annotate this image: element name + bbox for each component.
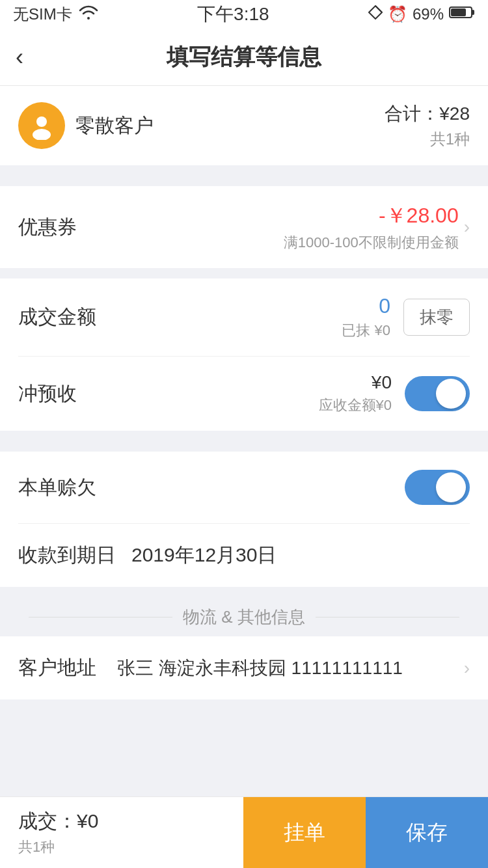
back-button[interactable]: ‹ (16, 44, 23, 71)
logistics-divider-inner: 物流 & 其他信息 (0, 606, 488, 629)
coupon-right: -￥28.00 满1000-100不限制使用金额 › (284, 202, 470, 252)
bottom-count: 共1种 (18, 837, 225, 857)
bottom-deal-amount: 成交：¥0 (18, 808, 225, 835)
deal-amount-sub: 已抹 ¥0 (342, 321, 390, 340)
customer-name: 零散客户 (75, 113, 154, 139)
total-count: 共1种 (385, 129, 470, 150)
logistics-line-left (29, 617, 172, 617)
divider-4 (0, 587, 488, 597)
prepaid-label: 冲预收 (18, 381, 77, 407)
debt-label: 本单赊欠 (18, 474, 96, 501)
toggle-knob (436, 379, 466, 409)
bottom-bar: 成交：¥0 共1种 挂单 保存 (0, 796, 488, 868)
prepaid-toggle[interactable] (405, 376, 470, 411)
due-date-label: 收款到期日 (18, 542, 116, 569)
due-date-row: 收款到期日 2019年12月30日 (18, 524, 470, 587)
battery-icon (449, 5, 475, 23)
bottom-summary: 成交：¥0 共1种 (0, 808, 243, 857)
svg-point-4 (33, 129, 51, 140)
address-row[interactable]: 客户地址 张三 海淀永丰科技园 11111111111 › (18, 636, 470, 699)
customer-left: 零散客户 (18, 102, 154, 149)
location-icon (368, 5, 383, 23)
round-off-button[interactable]: 抹零 (403, 299, 470, 336)
prepaid-sub: 应收金额¥0 (319, 396, 392, 415)
due-date-value: 2019年12月30日 (131, 542, 277, 569)
avatar (18, 102, 65, 149)
customer-row: 零散客户 合计：¥28 共1种 (0, 86, 488, 165)
address-value: 张三 海淀永丰科技园 11111111111 (117, 656, 464, 681)
page-title: 填写结算等信息 (167, 42, 321, 72)
alarm-icon: ⏰ (388, 5, 407, 23)
sim-signal: 无SIM卡 (13, 4, 72, 25)
battery-level: 69% (413, 5, 444, 23)
debt-toggle-knob (436, 472, 466, 502)
divider-2 (0, 268, 488, 278)
logistics-label: 物流 & 其他信息 (183, 606, 305, 629)
bottom-deal-label: 成交： (18, 810, 77, 832)
address-chevron-icon: › (464, 658, 470, 679)
deal-amount-value: 0 (342, 294, 390, 318)
status-bar: 无SIM卡 下午3:18 ⏰ 69% (0, 0, 488, 29)
deal-amount-label: 成交金额 (18, 304, 96, 331)
coupon-row[interactable]: 优惠券 -￥28.00 满1000-100不限制使用金额 › (0, 186, 488, 268)
deal-amount-row: 成交金额 0 已抹 ¥0 抹零 (18, 278, 470, 357)
svg-rect-2 (451, 8, 466, 16)
coupon-amount: -￥28.00 (284, 202, 459, 230)
deal-right: 0 已抹 ¥0 抹零 (342, 294, 470, 340)
debt-row: 本单赊欠 (18, 452, 470, 524)
prepaid-row: 冲预收 ¥0 应收金额¥0 (18, 357, 470, 431)
prepaid-value-wrap: ¥0 应收金额¥0 (319, 372, 392, 415)
save-button[interactable]: 保存 (366, 797, 488, 869)
total-amount: 合计：¥28 (385, 102, 470, 126)
status-right: ⏰ 69% (368, 5, 475, 23)
address-label: 客户地址 (18, 655, 96, 681)
divider-1 (0, 176, 488, 186)
status-time: 下午3:18 (197, 2, 269, 27)
coupon-desc: 满1000-100不限制使用金额 (284, 233, 459, 252)
deal-value-wrap: 0 已抹 ¥0 (342, 294, 390, 340)
coupon-label: 优惠券 (18, 214, 77, 241)
deal-section: 成交金额 0 已抹 ¥0 抹零 冲预收 ¥0 应收金额¥0 (0, 278, 488, 431)
logistics-divider: 物流 & 其他信息 (0, 597, 488, 636)
hang-order-button[interactable]: 挂单 (243, 797, 366, 869)
divider-3 (0, 431, 488, 441)
wifi-icon (79, 5, 98, 23)
svg-point-3 (36, 116, 47, 127)
nav-bar: ‹ 填写结算等信息 (0, 29, 488, 86)
logistics-line-right (316, 617, 459, 617)
coupon-detail: -￥28.00 满1000-100不限制使用金额 (284, 202, 459, 252)
coupon-chevron-icon: › (464, 217, 470, 237)
debt-toggle[interactable] (405, 470, 470, 505)
bottom-deal-value: ¥0 (77, 810, 98, 832)
debt-section: 本单赊欠 收款到期日 2019年12月30日 (0, 452, 488, 587)
address-section: 客户地址 张三 海淀永丰科技园 11111111111 › (0, 636, 488, 699)
svg-rect-1 (472, 10, 474, 15)
prepaid-value: ¥0 (319, 372, 392, 393)
prepaid-right: ¥0 应收金额¥0 (319, 372, 470, 415)
main-content: 零散客户 合计：¥28 共1种 优惠券 -￥28.00 满1000-100不限制… (0, 86, 488, 868)
customer-summary: 合计：¥28 共1种 (385, 102, 470, 150)
status-left: 无SIM卡 (13, 4, 98, 25)
